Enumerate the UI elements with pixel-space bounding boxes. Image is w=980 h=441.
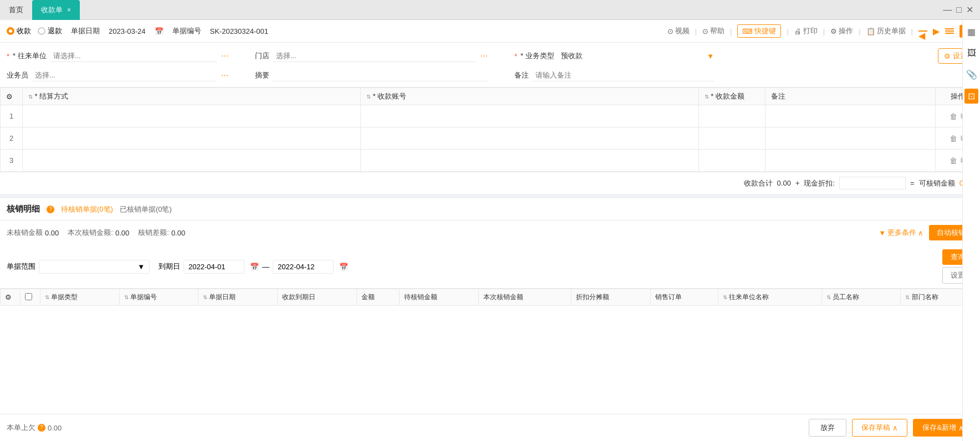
abandon-btn[interactable]: 放弃 — [809, 419, 846, 437]
filter-area: 单据范围 ▼ 到期日 📅 — 📅 查询 设置 — [0, 245, 980, 289]
account-2[interactable] — [360, 127, 698, 150]
counterpart-field: * * 往来单位 ··· — [7, 50, 228, 62]
bottom-col-current: 本次核销金额 — [479, 289, 571, 306]
nav-arrows[interactable]: ◀ — [918, 30, 927, 32]
staff-input[interactable] — [32, 69, 217, 81]
date-from-input[interactable] — [183, 260, 244, 274]
draft-arrow-icon[interactable]: ∧ — [892, 424, 898, 432]
refund-radio[interactable]: 退款 — [38, 26, 62, 36]
operation-icon: ⚙ — [830, 27, 837, 35]
bottom-col-doc-date: ⇅ 单据日期 — [198, 289, 278, 306]
payment-method-3[interactable] — [23, 150, 361, 172]
payment-method-2[interactable] — [23, 127, 361, 150]
history-btn[interactable]: 📋 历史单据 — [866, 26, 906, 36]
right-arrow[interactable]: ▶ — [933, 26, 940, 37]
filter-right: ▼ 更多条件 ∧ 自动核销 — [879, 225, 973, 240]
calendar-from-icon[interactable]: 📅 — [250, 263, 259, 271]
done-tab[interactable]: 已核销单据(0笔) — [120, 204, 172, 214]
help-btn[interactable]: ⊙ 帮助 — [702, 26, 724, 36]
stats-row: 未核销金额 0.00 本次核销金额: 0.00 核销差额: 0.00 ▼ 更多条… — [0, 221, 980, 245]
form-row-1: * * 往来单位 ··· 门店 ··· * * 业务类型 预收款 ▼ ⚙ 设置 — [7, 48, 973, 64]
summary-input[interactable] — [273, 69, 488, 81]
remark-input[interactable] — [532, 69, 714, 81]
draft-btn[interactable]: 保存草稿 ∧ — [852, 419, 907, 437]
doc-range-select[interactable]: ▼ — [39, 260, 150, 274]
doc-no-label: 单据编号 — [172, 26, 201, 36]
menu-lines[interactable] — [945, 28, 954, 34]
staff-more-icon[interactable]: ··· — [221, 70, 228, 80]
delete-icon-3[interactable]: 🗑 — [950, 156, 957, 165]
counterpart-input[interactable] — [50, 50, 217, 62]
row-num-2: 2 — [1, 127, 23, 150]
sort-icon: ⇅ — [28, 94, 33, 100]
chevron-up-icon: ∧ — [918, 229, 923, 237]
tab-bar-controls: — □ ✕ — [943, 4, 980, 15]
date-to-input[interactable] — [273, 260, 334, 274]
per-page-info-icon[interactable]: ? — [38, 424, 45, 432]
tab-bar: 首页 收款单 × — □ ✕ — [0, 0, 980, 20]
discount-input[interactable] — [839, 177, 906, 189]
sidebar-attachment-icon[interactable]: 📎 — [964, 67, 979, 82]
bottom-col-due-date: 收款到期日 — [277, 289, 357, 306]
account-3[interactable] — [360, 150, 698, 172]
available-label: 可核销金额 — [919, 178, 955, 188]
counterpart-label: * 往来单位 — [13, 51, 47, 61]
tab-receipt[interactable]: 收款单 × — [32, 0, 80, 20]
store-input[interactable] — [273, 50, 476, 62]
remark-1[interactable] — [765, 105, 935, 127]
amount-2[interactable] — [698, 127, 765, 150]
tab-close-icon[interactable]: × — [67, 6, 71, 14]
delete-icon-1[interactable]: 🗑 — [950, 112, 957, 121]
doc-range-field: 单据范围 ▼ — [7, 260, 150, 274]
gear-icon[interactable]: ⚙ — [5, 293, 12, 301]
footer-buttons: 放弃 保存草稿 ∧ 保存&新增 ∧ — [809, 419, 973, 437]
minimize-btn[interactable]: — — [943, 5, 952, 15]
calendar-to-icon[interactable]: 📅 — [339, 263, 348, 271]
store-more-icon[interactable]: ··· — [481, 51, 488, 61]
bottom-col-sales-order: 销售订单 — [651, 289, 718, 306]
plus-sign: + — [795, 179, 800, 187]
bottom-col-counterpart: ⇅ 往来单位名称 — [718, 289, 821, 306]
counterpart-more-icon[interactable]: ··· — [221, 51, 228, 61]
video-btn[interactable]: ⊙ 视频 — [667, 26, 690, 36]
store-field: 门店 ··· — [255, 50, 488, 62]
col-gear[interactable]: ⚙ — [1, 88, 23, 105]
print-btn[interactable]: 🖨 打印 — [794, 26, 818, 36]
maximize-btn[interactable]: □ — [956, 5, 962, 15]
business-type-arrow[interactable]: ▼ — [707, 52, 714, 60]
amount-1[interactable] — [698, 105, 765, 127]
select-all-checkbox[interactable] — [25, 293, 32, 300]
pending-tab[interactable]: 待核销单据(0笔) — [61, 204, 113, 214]
gear-icon[interactable]: ⚙ — [6, 93, 13, 101]
amount-3[interactable] — [698, 150, 765, 172]
right-sidebar: ▦ 🖼 📎 ⊡ — [962, 20, 980, 441]
doc-date-value[interactable]: 2023-03-24 — [109, 27, 146, 35]
calendar-icon[interactable]: 📅 — [155, 27, 164, 35]
info-icon[interactable]: ? — [47, 206, 54, 213]
tab-home[interactable]: 首页 — [0, 0, 32, 20]
remark-field: 备注 — [514, 69, 714, 81]
shortcut-btn[interactable]: ⌨ 快捷键 — [737, 24, 781, 38]
sidebar-table-icon[interactable]: ▦ — [965, 24, 978, 39]
receipt-radio[interactable]: 收款 — [7, 26, 31, 36]
close-btn[interactable]: ✕ — [966, 4, 973, 15]
sort-icon: ⇅ — [705, 94, 709, 100]
top-toolbar: 收款 退款 单据日期 2023-03-24 📅 单据编号 SK-20230324… — [0, 20, 980, 43]
bottom-col-gear[interactable]: ⚙ — [1, 289, 21, 306]
remark-2[interactable] — [765, 127, 935, 150]
sidebar-image-icon[interactable]: 🖼 — [965, 46, 978, 60]
discount-label: 现金折扣: — [804, 178, 835, 188]
account-1[interactable] — [360, 105, 698, 127]
form-area: * * 往来单位 ··· 门店 ··· * * 业务类型 预收款 ▼ ⚙ 设置 — [0, 43, 980, 88]
summary-field: 摘要 — [255, 69, 488, 81]
remark-3[interactable] — [765, 150, 935, 172]
payment-method-1[interactable] — [23, 105, 361, 127]
operation-btn[interactable]: ⚙ 操作 — [830, 26, 853, 36]
delete-icon-2[interactable]: 🗑 — [950, 134, 957, 143]
remark-label: 备注 — [514, 70, 529, 80]
uncancelled-stat: 未核销金额 0.00 — [7, 228, 59, 238]
more-conditions-btn[interactable]: ▼ 更多条件 ∧ — [879, 228, 923, 238]
col-payment-method: ⇅ * 结算方式 — [23, 88, 361, 105]
sidebar-scan-icon[interactable]: ⊡ — [964, 89, 978, 104]
section-title: 核销明细 — [7, 204, 40, 214]
